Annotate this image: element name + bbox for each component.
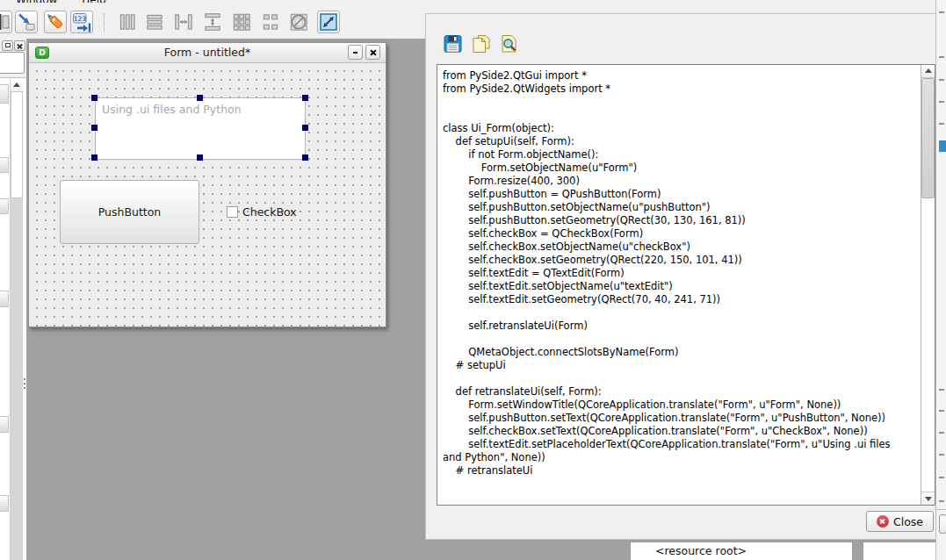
- code-line: from PySide2.QtGui import *: [443, 69, 915, 83]
- textedit-widget[interactable]: Using .ui files and Python: [95, 97, 306, 160]
- widget-filter-input[interactable]: [0, 52, 25, 74]
- layout-horizontally-icon[interactable]: [116, 11, 139, 33]
- widget-category-item[interactable]: [0, 416, 9, 433]
- minimize-button[interactable]: [348, 45, 363, 60]
- code-line: self.checkBox.setGeometry(QRect(220, 150…: [443, 254, 915, 267]
- code-line: self.pushButton.setObjectName(u"pushButt…: [443, 201, 915, 214]
- code-line: self.pushButton = QPushButton(Form): [443, 188, 915, 201]
- textedit-placeholder: Using .ui files and Python: [96, 98, 305, 116]
- tree-branch-tick: [939, 389, 944, 391]
- code-line: [443, 306, 915, 319]
- close-button[interactable]: Close: [866, 511, 934, 532]
- code-line: # retranslateUi: [443, 464, 915, 477]
- checkbox-widget[interactable]: CheckBox: [227, 205, 297, 219]
- svg-text:123: 123: [74, 15, 87, 23]
- close-red-icon: [877, 515, 889, 528]
- resource-list-panel[interactable]: [863, 542, 946, 560]
- form-editor-window: D Form - untitled* Using .ui files and P…: [28, 42, 386, 327]
- scroll-down-icon[interactable]: [921, 492, 935, 505]
- code-line: self.textEdit.setPlaceholderText(QCoreAp…: [443, 438, 915, 451]
- widget-category-item[interactable]: [0, 157, 9, 173]
- tree-branch-tick: [939, 79, 944, 81]
- checkbox-label: CheckBox: [242, 205, 297, 219]
- selection-handle[interactable]: [302, 154, 308, 161]
- code-line: self.checkBox = QCheckBox(Form): [443, 227, 915, 241]
- divider: [936, 509, 946, 510]
- dock-float-button[interactable]: [2, 40, 13, 51]
- scroll-up-icon[interactable]: [921, 65, 935, 78]
- layout-form-icon[interactable]: [259, 11, 282, 33]
- partial-button: [939, 514, 946, 534]
- tree-branch-tick: [939, 11, 944, 13]
- layout-horizontal-splitter-icon[interactable]: [172, 11, 195, 33]
- tree-branch-tick: [939, 432, 944, 434]
- code-line: QMetaObject.connectSlotsByName(Form): [443, 346, 915, 359]
- dock-close-button[interactable]: [14, 40, 25, 51]
- code-lines: from PySide2.QtGui import *from PySide2.…: [437, 65, 935, 477]
- selection-handle[interactable]: [197, 154, 203, 161]
- view-code-dialog: from PySide2.QtGui import *from PySide2.…: [425, 13, 940, 540]
- edit-buddies-icon[interactable]: [44, 11, 67, 33]
- code-line: self.textEdit = QTextEdit(Form): [443, 267, 915, 280]
- selection-handle[interactable]: [91, 95, 97, 101]
- edit-widgets-icon[interactable]: [0, 11, 12, 33]
- code-line: Form.setWindowTitle(QCoreApplication.tra…: [443, 398, 915, 412]
- widget-category-item[interactable]: [0, 84, 9, 104]
- edit-tab-order-icon[interactable]: 123: [70, 11, 93, 33]
- code-line: def setupUi(self, Form):: [443, 135, 915, 148]
- tree-selection-highlight: [939, 140, 946, 152]
- tree-branch-tick: [939, 500, 944, 502]
- selection-handle[interactable]: [197, 95, 203, 101]
- code-line: def retranslateUi(self, Form):: [443, 385, 915, 398]
- code-line: [443, 109, 915, 122]
- selection-handle[interactable]: [302, 95, 308, 101]
- widget-box-scrollbar[interactable]: [10, 79, 23, 560]
- scrollbar-track[interactable]: [11, 198, 23, 560]
- widget-category-item[interactable]: [0, 495, 9, 512]
- close-window-button[interactable]: [365, 45, 380, 60]
- main-toolbar: 123: [0, 3, 425, 39]
- layout-vertical-splitter-icon[interactable]: [201, 11, 224, 33]
- code-line: self.pushButton.setText(QCoreApplication…: [443, 412, 915, 425]
- code-line: self.textEdit.setGeometry(QRect(70, 40, …: [443, 293, 915, 306]
- copy-icon[interactable]: [471, 33, 492, 54]
- tree-branch-tick: [939, 410, 944, 412]
- toolbar-separator: [104, 13, 105, 32]
- code-line: Form.resize(400, 300): [443, 175, 915, 188]
- form-window-titlebar[interactable]: D Form - untitled*: [29, 43, 386, 63]
- form-window-title: Form - untitled*: [29, 46, 386, 59]
- code-view[interactable]: from PySide2.QtGui import *from PySide2.…: [437, 64, 935, 506]
- code-line: # setupUi: [443, 359, 915, 372]
- code-line: self.pushButton.setGeometry(QRect(30, 13…: [443, 214, 915, 227]
- break-layout-icon[interactable]: [287, 11, 310, 33]
- selection-handle[interactable]: [302, 125, 308, 131]
- code-line: self.textEdit.setObjectName(u"textEdit"): [443, 280, 915, 293]
- widget-category-item[interactable]: [0, 291, 9, 307]
- checkbox-box[interactable]: [227, 206, 238, 218]
- code-line: [443, 96, 915, 109]
- tree-branch-tick: [939, 123, 944, 125]
- code-line: self.checkBox.setText(QCoreApplication.t…: [443, 425, 915, 438]
- selection-handle[interactable]: [91, 154, 97, 161]
- layout-grid-icon[interactable]: [230, 11, 253, 33]
- qt-designer-window: WindowHelp 123: [0, 0, 946, 560]
- widget-category-item[interactable]: [0, 198, 9, 214]
- find-icon[interactable]: [499, 33, 520, 54]
- code-line: class Ui_Form(object):: [443, 122, 915, 135]
- edit-signals-slots-icon[interactable]: [15, 11, 38, 33]
- tree-branch-tick: [939, 101, 944, 103]
- scrollbar-thumb[interactable]: [11, 91, 23, 198]
- layout-vertically-icon[interactable]: [143, 11, 166, 33]
- save-icon[interactable]: [443, 33, 464, 54]
- code-line: [443, 372, 915, 385]
- resource-root-item[interactable]: <resource root>: [631, 542, 852, 557]
- tree-branch-tick: [939, 477, 944, 478]
- form-canvas[interactable]: Using .ui files and Python PushButton Ch…: [29, 63, 386, 327]
- selection-handle[interactable]: [91, 125, 97, 131]
- pushbutton-widget[interactable]: PushButton: [60, 180, 199, 244]
- widget-box-list[interactable]: [0, 77, 26, 560]
- resource-tree-panel[interactable]: <resource root>: [630, 542, 853, 560]
- adjust-size-icon[interactable]: [317, 11, 340, 33]
- code-scrollbar[interactable]: [921, 65, 935, 505]
- scrollbar-thumb[interactable]: [921, 78, 935, 198]
